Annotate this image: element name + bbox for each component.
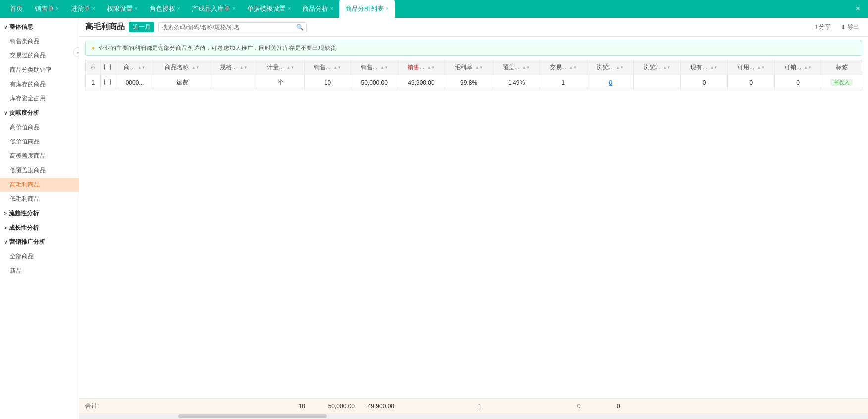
share-button[interactable]: ⤴ 分享 [812,22,834,32]
row-index: 1 [86,75,101,90]
row-browse2 [634,75,681,90]
sidebar-group-overall[interactable]: ∨ 整体信息 [0,20,79,34]
col-tag[interactable]: 标签 [821,60,862,75]
sidebar-item-in-stock-goods[interactable]: 有库存的商品 [0,77,79,92]
col-unit-sort[interactable]: ▲▼ [286,65,294,70]
col-gross-rate[interactable]: 毛利率 ▲▼ [445,60,493,75]
group-trend-arrow: > [4,211,7,216]
col-sales1-sort[interactable]: ▲▼ [333,65,341,70]
nav-home[interactable]: 首页 [4,0,29,18]
col-settings[interactable]: ⚙ [86,60,101,75]
nav-permission-close[interactable]: × [135,0,138,18]
row-available: 0 [727,75,774,90]
row-code: 0000... [115,75,154,90]
nav-role-auth[interactable]: 角色授权 × [144,0,186,18]
sidebar-item-high-coverage[interactable]: 高覆盖度商品 [0,149,79,163]
footer-label: 合计: [85,402,99,410]
footer-current: 0 [559,403,599,410]
sidebar-item-low-value[interactable]: 低价值商品 [0,135,79,149]
col-trade[interactable]: 交易... ▲▼ [540,60,587,75]
col-browse1-sort[interactable]: ▲▼ [616,65,624,70]
page-title: 高毛利商品 [85,22,125,32]
col-gross-rate-sort[interactable]: ▲▼ [475,65,483,70]
row-checkbox[interactable] [101,75,115,90]
time-filter-button[interactable]: 近一月 [129,22,154,32]
col-spec[interactable]: 规格... ▲▼ [210,60,257,75]
nav-product-analysis[interactable]: 商品分析 × [297,0,339,18]
high-income-tag: 高收入 [830,79,853,86]
nav-role-auth-close[interactable]: × [177,0,180,18]
search-icon[interactable]: 🔍 [296,24,304,31]
group-growth-arrow: > [4,225,7,231]
nav-permission-settings[interactable]: 权限设置 × [101,0,144,18]
sidebar-group-trend[interactable]: > 流趋性分析 [0,206,79,221]
table-container[interactable]: ⚙ 商... ▲▼ 商品名称 ▲▼ 规格... ▲▼ [79,60,868,398]
nav-sales-order[interactable]: 销售单 × [29,0,65,18]
sidebar-item-traded-goods[interactable]: 交易过的商品 [0,48,79,63]
col-checkbox[interactable] [101,60,115,75]
col-browse2[interactable]: 浏览... ▲▼ [634,60,681,75]
table-row: 1 0000... 运费 个 10 50,000.00 49,900.00 99… [86,75,862,90]
nav-purchase-order[interactable]: 进货单 × [65,0,101,18]
nav-sales-order-close[interactable]: × [56,0,59,18]
col-unit[interactable]: 计量... ▲▼ [257,60,304,75]
col-sales2[interactable]: 销售... ▲▼ [351,60,398,75]
col-browse2-sort[interactable]: ▲▼ [663,65,671,70]
select-all-checkbox[interactable] [104,64,111,70]
sidebar-item-inventory-capital[interactable]: 库存资金占用 [0,92,79,106]
group-marketing-arrow: ∨ [4,239,7,245]
share-icon: ⤴ [815,24,817,31]
close-all-button[interactable]: × [852,4,864,13]
sidebar-item-all-goods[interactable]: 全部商品 [0,249,79,264]
horizontal-scrollbar[interactable] [79,413,868,419]
col-sales2-sort[interactable]: ▲▼ [380,65,388,70]
sidebar-item-category-assist-rate[interactable]: 商品分类助销率 [0,63,79,77]
nav-template-settings[interactable]: 单据模板设置 × [241,0,297,18]
sidebar-group-marketing[interactable]: ∨ 营销推广分析 [0,235,79,249]
col-coverage[interactable]: 覆盖... ▲▼ [493,60,540,75]
sidebar-group-contribution[interactable]: ∨ 贡献度分析 [0,106,79,120]
sidebar-item-new-goods[interactable]: 新品 [0,264,79,278]
col-available-sort[interactable]: ▲▼ [757,65,765,70]
search-input[interactable] [162,24,294,31]
content-area: 高毛利商品 近一月 🔍 ⤴ 分享 ⬇ 导出 ✦ 企业的主要的利润都是这部分商品创… [79,18,868,419]
export-button[interactable]: ⬇ 导出 [838,22,862,32]
col-sales3-sort[interactable]: ▲▼ [427,65,435,70]
col-trade-sort[interactable]: ▲▼ [569,65,577,70]
col-code-sort[interactable]: ▲▼ [138,65,146,70]
nav-product-analysis-list[interactable]: 商品分析列表 × [339,0,395,18]
nav-template-settings-close[interactable]: × [288,0,291,18]
col-current-sort[interactable]: ▲▼ [710,65,718,70]
sidebar-item-low-coverage[interactable]: 低覆盖度商品 [0,163,79,178]
footer-sales1: 10 [282,403,321,410]
col-salable[interactable]: 可销... ▲▼ [774,60,821,75]
sidebar-item-high-value[interactable]: 高价值商品 [0,120,79,135]
header-actions: ⤴ 分享 ⬇ 导出 [812,22,862,32]
row-select-checkbox[interactable] [104,79,111,85]
nav-product-analysis-list-close[interactable]: × [386,0,389,18]
sidebar-item-high-margin[interactable]: 高毛利商品 [0,178,79,192]
nav-product-analysis-close[interactable]: × [330,0,333,18]
col-name-sort[interactable]: ▲▼ [192,65,200,70]
col-spec-sort[interactable]: ▲▼ [240,65,248,70]
col-name[interactable]: 商品名称 ▲▼ [154,60,210,75]
row-gross-rate: 99.8% [445,75,493,90]
sidebar-group-growth[interactable]: > 成长性分析 [0,221,79,235]
sidebar-item-sales-goods[interactable]: 销售类商品 [0,34,79,48]
col-current[interactable]: 现有... ▲▼ [681,60,728,75]
nav-product-entry-close[interactable]: × [232,0,235,18]
sidebar-item-low-margin[interactable]: 低毛利商品 [0,192,79,206]
col-browse1[interactable]: 浏览... ▲▼ [587,60,634,75]
col-available[interactable]: 可用... ▲▼ [727,60,774,75]
col-sales3[interactable]: 销售... ▲▼ [398,60,445,75]
row-browse1[interactable]: 0 [587,75,634,90]
col-salable-sort[interactable]: ▲▼ [804,65,812,70]
nav-purchase-order-close[interactable]: × [92,0,95,18]
group-contribution-arrow: ∨ [4,110,7,116]
scrollbar-thumb[interactable] [178,414,327,418]
col-code[interactable]: 商... ▲▼ [115,60,154,75]
col-coverage-sort[interactable]: ▲▼ [522,65,530,70]
nav-product-entry[interactable]: 产成品入库单 × [186,0,241,18]
footer-trade: 1 [460,403,500,410]
col-sales1[interactable]: 销售... ▲▼ [304,60,351,75]
